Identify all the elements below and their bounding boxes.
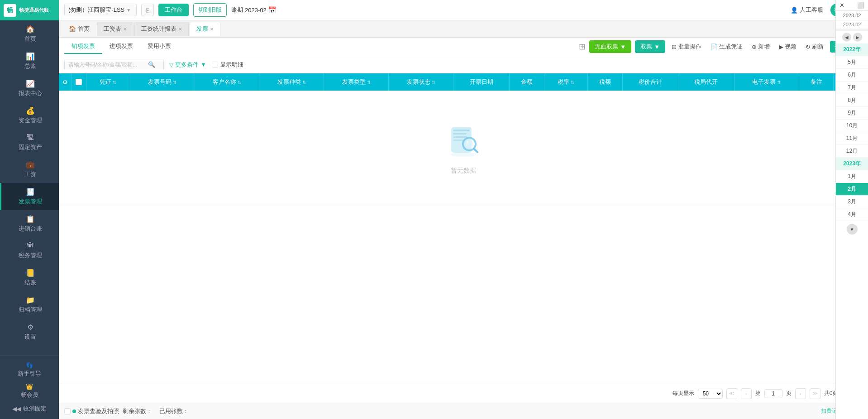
- refresh-button[interactable]: ↻ 刷新: [803, 41, 826, 53]
- subtab-incoming[interactable]: 进项发票: [102, 39, 140, 54]
- sidebar-item-ledger[interactable]: 📊 总账: [0, 48, 59, 75]
- search-icon[interactable]: 🔍: [148, 61, 155, 68]
- sidebar-item-assets[interactable]: 🏗 固定资产: [0, 129, 59, 156]
- sidebar-item-reports[interactable]: 📈 报表中心: [0, 75, 59, 102]
- tab-payroll-stats[interactable]: 工资统计报表 ✕: [134, 22, 189, 36]
- next-page-button[interactable]: ›: [795, 388, 806, 399]
- expand-date-panel-icon[interactable]: ⬜: [857, 2, 864, 9]
- last-page-button[interactable]: ≫: [810, 388, 820, 399]
- date-2022-06[interactable]: 6月: [836, 69, 868, 82]
- col-amount: 金额: [509, 73, 544, 91]
- search-input[interactable]: [68, 62, 145, 68]
- batch-ops-button[interactable]: ⊞ 批量操作: [669, 41, 704, 53]
- page-size-select[interactable]: 50 10 20 100: [698, 389, 723, 399]
- svg-line-8: [474, 149, 477, 152]
- date-panel-close-row: ✕ ⬜: [836, 0, 868, 11]
- scroll-down-button[interactable]: ▼: [847, 224, 858, 235]
- tab-payroll[interactable]: 工资表 ✕: [97, 22, 134, 36]
- date-2022-12[interactable]: 12月: [836, 145, 868, 158]
- select-all-checkbox[interactable]: [76, 79, 82, 85]
- tax-icon: 🏛: [27, 242, 34, 250]
- col-checkbox[interactable]: [72, 73, 86, 91]
- verify-invoice-toggle[interactable]: 发票查验及拍照: [64, 407, 119, 415]
- col-client: 客户名称 ⇅: [195, 73, 259, 91]
- next-year-button[interactable]: ▶: [853, 33, 862, 42]
- date-2023-04[interactable]: 4月: [836, 208, 868, 221]
- date-2022-09[interactable]: 9月: [836, 107, 868, 120]
- sidebar-item-label: 首页: [24, 35, 36, 43]
- sort-icon: ⇅: [238, 80, 241, 85]
- voucher-icon: 📄: [711, 43, 718, 50]
- page-unit-label: 第: [755, 390, 761, 397]
- collapse-sidebar-button[interactable]: ◀◀ 收消固定: [2, 402, 57, 415]
- switch-version-button[interactable]: 切到旧版: [193, 3, 227, 17]
- col-electronic: 电子发票 ⇅: [734, 73, 799, 91]
- sidebar-bottom: 👣 新手引导 👑 畅会员 ◀◀ 收消固定: [0, 355, 59, 419]
- close-tab-icon[interactable]: ✕: [123, 27, 127, 32]
- calendar-icon[interactable]: 📅: [268, 6, 276, 14]
- tab-invoice[interactable]: 发票 ✕: [190, 22, 220, 36]
- customer-service[interactable]: 👤 人工客服: [791, 6, 823, 14]
- col-status: 发票状态 ⇅: [389, 73, 453, 91]
- sidebar-item-label: 设置: [24, 333, 36, 341]
- sidebar-item-archive[interactable]: 📁 归档管理: [0, 291, 59, 318]
- more-filter-button[interactable]: ▽ 更多条件 ▼: [169, 61, 206, 69]
- sidebar-item-settings[interactable]: ⚙ 设置: [0, 318, 59, 346]
- sidebar-item-invoice[interactable]: 🧾 发票管理: [0, 183, 59, 210]
- close-date-panel-icon[interactable]: ✕: [839, 2, 844, 9]
- gen-voucher-button[interactable]: 📄 生成凭证: [708, 41, 745, 53]
- date-2023-03[interactable]: 3月: [836, 196, 868, 208]
- col-tax-bureau: 税局代开: [678, 73, 734, 91]
- show-detail-checkbox[interactable]: [212, 62, 218, 68]
- date-2022-05[interactable]: 5月: [836, 56, 868, 69]
- tab-label: 工资表: [104, 25, 121, 33]
- sidebar-item-funds[interactable]: 💰 资金管理: [0, 102, 59, 129]
- funds-icon: 💰: [26, 106, 35, 115]
- sales-icon: 📋: [26, 215, 35, 223]
- no-tax-button[interactable]: 无血取票 ▼: [589, 40, 631, 53]
- page-number-input[interactable]: [764, 389, 782, 398]
- date-2023-02[interactable]: 2月: [836, 183, 868, 196]
- show-detail-toggle[interactable]: 显示明细: [212, 61, 243, 69]
- first-page-button[interactable]: ≪: [726, 388, 737, 399]
- new-invoice-button[interactable]: ⊕ 新增: [749, 41, 773, 53]
- invoice-table: ⚙ 凭证 ⇅ 发票号码: [59, 73, 868, 205]
- refresh-icon: ↻: [806, 43, 811, 50]
- date-2022-08[interactable]: 8月: [836, 94, 868, 107]
- assets-icon: 🏗: [27, 134, 34, 142]
- company-selector[interactable]: (勿删）江西服宝-LSS ▼: [64, 4, 137, 16]
- take-invoice-button[interactable]: 取票 ▼: [635, 40, 665, 53]
- sidebar-item-tax[interactable]: 🏛 税务管理: [0, 237, 59, 264]
- close-tab-icon[interactable]: ✕: [210, 27, 214, 32]
- verify-checkbox[interactable]: [64, 408, 71, 414]
- prev-page-button[interactable]: ‹: [741, 388, 752, 399]
- copy-button[interactable]: ⎘: [141, 4, 154, 16]
- sidebar: 畅 畅捷通易代账 🏠 首页 📊 总账 📈 报表中心 💰 资金管理 🏗 固定资产 …: [0, 0, 59, 419]
- sidebar-item-tutorial[interactable]: 👣 新手引导: [2, 359, 57, 380]
- copy-icon: ⎘: [146, 7, 149, 14]
- date-2022-10[interactable]: 10月: [836, 120, 868, 132]
- date-nav: ◀ ▶: [836, 31, 868, 43]
- col-tax: 税额: [588, 73, 623, 91]
- sidebar-item-member[interactable]: 👑 畅会员: [2, 380, 57, 402]
- close-tab-icon[interactable]: ✕: [178, 27, 182, 32]
- subtab-receipts[interactable]: 费用小票: [140, 39, 178, 54]
- sidebar-item-home[interactable]: 🏠 首页: [0, 20, 59, 48]
- tab-home[interactable]: 🏠 首页: [62, 22, 96, 36]
- sidebar-item-sales[interactable]: 📋 进销台账: [0, 210, 59, 237]
- payroll-icon: 💼: [26, 160, 35, 169]
- app-name: 畅捷通易代账: [19, 7, 49, 13]
- workspace-button[interactable]: 工作台: [158, 4, 189, 16]
- date-2022-07[interactable]: 7月: [836, 82, 868, 94]
- date-2023-01[interactable]: 1月: [836, 170, 868, 183]
- prev-year-button[interactable]: ◀: [842, 33, 851, 42]
- sidebar-item-close[interactable]: 📒 结账: [0, 264, 59, 291]
- video-button[interactable]: ▶ 视频: [776, 41, 799, 53]
- grid-view-icon[interactable]: ⊞: [579, 42, 586, 52]
- subtab-outgoing[interactable]: 销项发票: [64, 39, 102, 54]
- sidebar-item-payroll[interactable]: 💼 工资: [0, 156, 59, 183]
- col-settings[interactable]: ⚙: [59, 73, 72, 91]
- date-2022-11[interactable]: 11月: [836, 132, 868, 145]
- empty-text: 暂无数据: [451, 167, 476, 175]
- col-date: 开票日期: [453, 73, 509, 91]
